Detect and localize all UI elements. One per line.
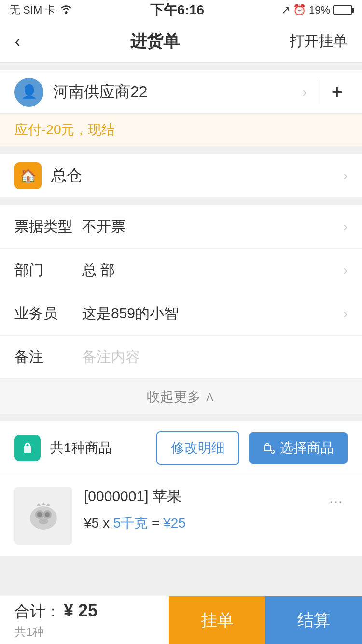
total-label: 合计： [14,601,61,622]
department-row[interactable]: 部门 总 部 › [0,249,362,292]
supplier-add-button[interactable]: + [327,76,348,108]
price-unit: ¥5 [84,516,99,531]
svg-point-9 [39,518,48,524]
divider-1 [0,63,362,70]
svg-marker-11 [37,503,41,506]
location-icon: ↗ [281,4,290,16]
collapse-button[interactable]: 收起更多 ∧ [0,379,362,414]
product-section: 共1种商品 修改明细 选择商品 [0,421,362,556]
svg-rect-2 [264,446,271,451]
product-name: [0000001] 苹果 [84,487,313,506]
nav-bar: ‹ 进货单 打开挂单 [0,20,362,63]
quantity-label: 5千克 [113,516,148,531]
footer-total-main: 合计： ¥ 25 [14,601,154,622]
svg-marker-12 [46,503,50,506]
total-amount: ¥ 25 [64,601,97,621]
product-info: [0000001] 苹果 ¥5 x 5千克 = ¥25 [84,487,313,532]
ticket-type-chevron-icon: › [343,219,348,235]
status-left: 无 SIM 卡 [10,3,73,17]
shopping-bag-icon [20,440,35,456]
salesperson-value: 这是859的小智 [72,304,343,323]
department-chevron-icon: › [343,263,348,278]
remark-label: 备注 [14,347,72,367]
cart-icon [263,442,275,454]
ticket-type-value: 不开票 [72,217,343,237]
salesperson-row[interactable]: 业务员 这是859的小智 › [0,292,362,336]
battery-label: 19% [309,4,330,16]
product-thumb-image [24,496,63,535]
product-toolbar: 共1种商品 修改明细 选择商品 [0,421,362,475]
back-button[interactable]: ‹ [14,31,20,52]
collapse-label: 收起更多 ∧ [147,388,216,406]
supplier-divider [317,80,317,104]
footer: 合计： ¥ 25 共1种 挂单 结算 [0,596,362,644]
department-value: 总 部 [72,260,343,280]
hang-button[interactable]: 挂单 [169,596,265,644]
supplier-left: 👤 河南供应商22 [14,78,302,107]
salesperson-label: 业务员 [14,304,72,323]
total-price: ¥25 [163,516,186,531]
footer-total: 合计： ¥ 25 共1种 [0,596,169,644]
settle-label: 结算 [297,609,330,631]
svg-point-4 [30,506,57,530]
status-bar: 无 SIM 卡 下午6:16 ↗ ⏰ 19% [0,0,362,20]
multiply-sign: x [103,516,113,531]
status-time: 下午6:16 [150,1,204,19]
alarm-icon: ⏰ [293,4,306,16]
supplier-section: 👤 河南供应商22 › + 应付-20元，现结 [0,70,362,146]
settle-button[interactable]: 结算 [265,596,362,644]
warehouse-chevron-icon: › [343,168,348,183]
supplier-avatar: 👤 [14,78,43,107]
warehouse-icon: 🏠 [14,162,42,189]
divider-2 [0,146,362,154]
remark-value: 备注内容 [72,347,348,367]
warehouse-name: 总仓 [51,165,343,186]
form-section: 票据类型 不开票 › 部门 总 部 › 业务员 这是859的小智 › 备注 备注… [0,205,362,414]
supplier-name: 河南供应商22 [53,82,148,103]
svg-point-7 [37,512,42,517]
equals-sign: = [152,516,163,531]
ticket-type-row[interactable]: 票据类型 不开票 › [0,205,362,249]
svg-rect-1 [24,446,31,453]
info-banner: 应付-20元，现结 [0,114,362,146]
product-price: ¥5 x 5千克 = ¥25 [84,514,313,532]
status-right: ↗ ⏰ 19% [281,4,352,16]
department-label: 部门 [14,260,72,280]
warehouse-row[interactable]: 🏠 总仓 › [0,154,362,197]
open-hang-button[interactable]: 打开挂单 [290,31,348,51]
avatar-icon: 👤 [21,84,38,100]
svg-marker-10 [42,502,45,505]
divider-4 [0,414,362,421]
battery-icon [333,5,352,15]
supplier-row[interactable]: 👤 河南供应商22 › + [0,70,362,114]
product-icon-wrap [14,435,41,461]
edit-detail-button[interactable]: 修改明细 [156,431,239,465]
product-thumbnail [14,487,72,545]
svg-point-0 [65,12,68,14]
footer-total-sub: 共1种 [14,624,154,640]
select-product-button[interactable]: 选择商品 [249,432,348,464]
divider-3 [0,197,362,205]
svg-point-8 [45,512,50,517]
remark-row[interactable]: 备注 备注内容 [0,336,362,379]
ticket-type-label: 票据类型 [14,217,72,237]
carrier-label: 无 SIM 卡 [10,3,56,17]
product-count-label: 共1种商品 [50,439,147,457]
hang-label: 挂单 [201,609,234,631]
wifi-icon [59,3,73,17]
supplier-chevron-icon: › [302,84,306,100]
page-title: 进货单 [130,30,180,53]
salesperson-chevron-icon: › [343,306,348,322]
product-more-button[interactable]: ··· [324,487,348,515]
product-item: [0000001] 苹果 ¥5 x 5千克 = ¥25 ··· [0,475,362,556]
warehouse-section: 🏠 总仓 › [0,154,362,197]
select-product-label: 选择商品 [280,439,334,457]
